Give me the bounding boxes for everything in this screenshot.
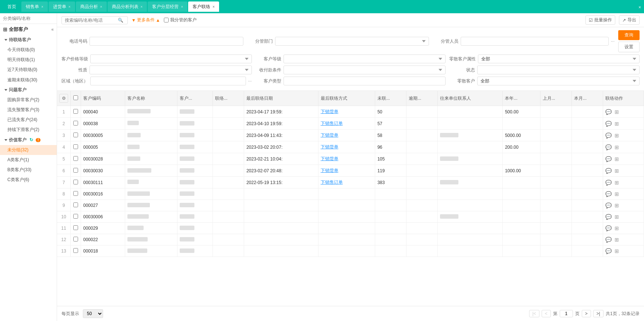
contact-grid-icon[interactable]: ⊞ [615, 133, 619, 138]
contact-chat-icon[interactable]: 💬 [605, 225, 612, 231]
row-checkbox[interactable] [73, 144, 78, 149]
contact-grid-icon[interactable]: ⊞ [615, 144, 619, 150]
sidebar-item-ungrouped[interactable]: 未分组(32) [0, 145, 57, 155]
nav-tab-home[interactable]: 首页 [3, 1, 21, 12]
payment-select[interactable] [284, 66, 446, 74]
row-checkbox-cell[interactable] [71, 165, 81, 177]
my-customer-filter[interactable]: 我分管的客户 [164, 17, 197, 23]
sidebar-item-class-a[interactable]: A类客户(1) [0, 155, 57, 165]
contact-grid-icon[interactable]: ⊞ [615, 214, 619, 220]
contact-grid-icon[interactable]: ⊞ [615, 168, 619, 174]
nav-tab-customer-contact-close[interactable]: × [212, 5, 215, 9]
sidebar-pending-contact-group[interactable]: 待联络客户 [0, 35, 57, 45]
nav-tab-analysis-list-close[interactable]: × [141, 5, 143, 9]
contact-chat-icon[interactable]: 💬 [605, 202, 612, 208]
contact-chat-icon[interactable]: 💬 [605, 144, 612, 150]
nav-tab-sales-close[interactable]: × [41, 5, 43, 9]
row-checkbox[interactable] [73, 225, 78, 230]
row-checkbox-cell[interactable] [71, 223, 81, 234]
contact-chat-icon[interactable]: 💬 [605, 180, 612, 186]
manager-ellipsis[interactable]: ··· [611, 39, 615, 44]
row-checkbox[interactable] [73, 133, 78, 137]
more-filters-button[interactable]: ▼ 更多条件 ▲ [131, 17, 160, 23]
row-checkbox-cell[interactable] [71, 200, 81, 211]
page-size-select[interactable]: 50 100 200 [83, 309, 103, 318]
row-checkbox[interactable] [73, 180, 78, 184]
first-page-button[interactable]: |< [529, 310, 539, 317]
sidebar-item-class-b[interactable]: B类客户(33) [0, 165, 57, 175]
region-ellipsis[interactable]: ··· [248, 78, 252, 84]
nav-tab-customer-contact[interactable]: 客户联络 × [188, 1, 219, 12]
contact-grid-icon[interactable]: ⊞ [615, 121, 619, 127]
search-box[interactable]: 🔍 [61, 16, 128, 24]
sidebar-search-box[interactable]: 🔍 [0, 13, 57, 24]
sidebar-item-tomorrow-pending[interactable]: 明天待联络(1) [0, 55, 57, 65]
contact-chat-icon[interactable]: 💬 [605, 237, 612, 243]
reset-button[interactable]: 设置 [618, 42, 640, 52]
contact-chat-icon[interactable]: 💬 [605, 214, 612, 220]
contact-chat-icon[interactable]: 💬 [605, 109, 612, 115]
row-checkbox[interactable] [73, 168, 78, 173]
sidebar-search-input[interactable] [3, 16, 57, 21]
contact-grid-icon[interactable]: ⊞ [615, 109, 619, 115]
nav-tab-customer-tier[interactable]: 客户分层经营 × [148, 1, 187, 12]
row-checkbox[interactable] [73, 214, 78, 219]
sidebar-item-churned[interactable]: 已流失客户(24) [0, 115, 57, 125]
customer-level-select[interactable] [284, 54, 446, 63]
row-checkbox-cell[interactable] [71, 118, 81, 130]
row-checkbox-cell[interactable] [71, 211, 81, 223]
retail-customer-select[interactable]: 全部 [477, 77, 640, 85]
sidebar-item-churn-warning[interactable]: 流失预警客户(3) [0, 105, 57, 115]
nav-tab-sales[interactable]: 销售单 × [21, 1, 48, 12]
next-page-button[interactable]: > [582, 310, 591, 317]
price-level-select[interactable] [90, 54, 252, 63]
retail-attr-select[interactable]: 全部 [478, 54, 640, 63]
row-checkbox-cell[interactable] [71, 234, 81, 246]
search-icon[interactable]: 🔍 [118, 18, 123, 23]
row-checkbox-cell[interactable] [71, 130, 81, 141]
contact-chat-icon[interactable]: 💬 [605, 191, 612, 197]
sidebar-collapse-button[interactable]: « [51, 27, 54, 32]
row-checkbox[interactable] [73, 191, 78, 196]
contact-grid-icon[interactable]: ⊞ [615, 191, 619, 197]
sidebar-item-7day-pending[interactable]: 近7天待联络(0) [0, 65, 57, 75]
row-checkbox-cell[interactable] [71, 177, 81, 188]
row-checkbox[interactable] [73, 202, 78, 207]
refresh-icon[interactable]: ↻ [29, 137, 33, 142]
page-number-input[interactable] [560, 310, 573, 317]
sidebar-all-customers[interactable]: ⊞ 全部客户 « [0, 24, 57, 35]
contact-grid-icon[interactable]: ⊞ [615, 237, 619, 243]
dept-select[interactable] [275, 37, 429, 46]
customer-type-input[interactable] [284, 77, 446, 85]
contact-chat-icon[interactable]: 💬 [605, 133, 612, 138]
select-all-checkbox[interactable] [73, 95, 78, 100]
contact-chat-icon[interactable]: 💬 [605, 121, 612, 127]
row-checkbox-cell[interactable] [71, 246, 81, 257]
row-checkbox-cell[interactable] [71, 141, 81, 153]
sidebar-item-declining[interactable]: 持续下滑客户(2) [0, 125, 57, 135]
search-input[interactable] [65, 18, 116, 23]
contact-grid-icon[interactable]: ⊞ [615, 248, 619, 254]
sidebar-item-abnormal-purchase[interactable]: 固购异常客户(2) [0, 95, 57, 105]
nav-tab-analysis-list[interactable]: 商品分析列表 × [108, 1, 147, 12]
nav-tab-purchase-close[interactable]: × [68, 5, 71, 9]
export-button[interactable]: ↗ 导出 [619, 15, 640, 25]
nature-select[interactable] [89, 66, 252, 74]
nav-tab-customer-tier-close[interactable]: × [181, 5, 183, 9]
row-checkbox[interactable] [73, 109, 78, 114]
row-checkbox-cell[interactable] [71, 188, 81, 200]
contact-grid-icon[interactable]: ⊞ [615, 225, 619, 231]
contact-grid-icon[interactable]: ⊞ [615, 202, 619, 208]
prev-page-button[interactable]: < [542, 310, 551, 317]
nav-tab-analysis[interactable]: 商品分析 × [76, 1, 107, 12]
phone-input[interactable] [89, 37, 243, 46]
row-checkbox[interactable] [73, 121, 78, 126]
contact-grid-icon[interactable]: ⊞ [615, 180, 619, 186]
nav-tab-purchase[interactable]: 进货单 × [49, 1, 75, 12]
close-all-button[interactable]: × [638, 3, 641, 11]
sidebar-item-overdue-pending[interactable]: 逾期未联络(30) [0, 75, 57, 85]
row-checkbox-cell[interactable] [71, 153, 81, 165]
region-input[interactable] [90, 77, 246, 85]
sidebar-item-class-c[interactable]: C类客户(6) [0, 175, 57, 185]
table-settings-icon[interactable]: ⚙ [59, 94, 68, 103]
